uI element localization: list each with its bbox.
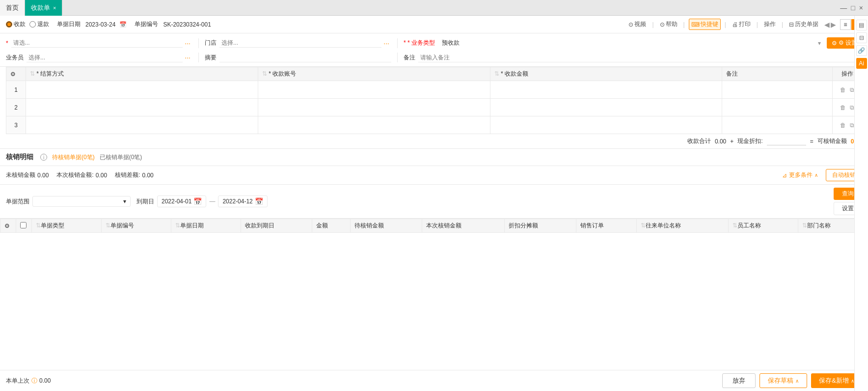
note-cell[interactable] (722, 81, 833, 99)
operation-btn[interactable]: 操作 (762, 19, 778, 29)
account-cell[interactable] (258, 81, 490, 99)
window-max-icon[interactable]: □ (851, 4, 855, 12)
writeoff-info-icon[interactable]: i (40, 154, 47, 161)
customer-field: * ··· (6, 38, 192, 48)
pending-tab[interactable]: 待核销单据(0笔) (52, 153, 95, 162)
sort-icon: ⇅ (802, 222, 807, 229)
account-cell[interactable] (258, 116, 490, 134)
help-btn[interactable]: ⊙ 帮助 (658, 19, 679, 29)
salesperson-ellipsis-btn[interactable]: ··· (183, 54, 192, 61)
summary-field: 摘要 (205, 53, 391, 62)
cal-from-icon[interactable]: 📅 (193, 197, 202, 205)
wt-this-time-header: 本次核销金额 (422, 219, 504, 233)
divider-4 (397, 53, 398, 62)
sidebar-table-icon[interactable]: ▤ (856, 20, 867, 30)
divider-3 (198, 53, 199, 62)
shortcut-icon: ⌨ (691, 21, 700, 28)
range-select[interactable]: ▾ (32, 196, 131, 207)
copy-icon[interactable]: ⧉ (850, 86, 854, 93)
note-cell[interactable] (722, 99, 833, 116)
discard-btn[interactable]: 放弃 (722, 373, 756, 388)
wt-settings-header[interactable]: ⚙ (0, 219, 16, 233)
bottom-left: 本单上次 ⓘ 0.00 (6, 377, 51, 385)
discount-input[interactable] (767, 137, 806, 145)
table-settings-header[interactable]: ⚙ (6, 67, 26, 81)
delete-icon[interactable]: 🗑 (840, 122, 846, 129)
table-row: 1 🗑 ⧉ (6, 81, 862, 99)
nav-arrows: ◀ ▶ (824, 21, 836, 28)
delete-icon[interactable]: 🗑 (840, 104, 846, 111)
sidebar-ai-icon[interactable]: Ai (856, 58, 867, 69)
date-field: 单据日期 2023-03-24 📅 (57, 20, 127, 28)
customer-ellipsis-btn[interactable]: ··· (183, 39, 192, 47)
customer-input[interactable] (11, 38, 183, 48)
radio-refund[interactable]: 退款 (29, 20, 49, 28)
sidebar-layout-icon[interactable]: ⊟ (856, 32, 867, 43)
settlement-cell[interactable] (26, 99, 258, 116)
col-amount-header: ⇅ * 收款金额 (490, 67, 722, 81)
wt-doc-num-header: ⇅单据编号 (101, 219, 171, 233)
more-conditions-btn[interactable]: ⊿ 更多条件 ∧ (782, 171, 818, 179)
settlement-cell[interactable] (26, 81, 258, 99)
amount-cell[interactable] (490, 99, 722, 116)
range-filter: 单据范围 ▾ (6, 196, 131, 207)
range-dropdown-icon: ▾ (123, 198, 126, 205)
wt-employee-header: ⇅员工名称 (729, 219, 798, 233)
row-number: 2 (6, 99, 26, 116)
save-draft-btn[interactable]: 保存草稿 ∧ (760, 373, 807, 388)
cal-to-icon[interactable]: 📅 (255, 197, 263, 205)
video-btn[interactable]: ⊙ 视频 (626, 19, 648, 29)
wt-checkbox-header[interactable] (16, 219, 32, 233)
sort-icon: ⇅ (732, 222, 737, 229)
store-ellipsis-btn[interactable]: ··· (381, 39, 391, 47)
amount-cell[interactable] (490, 116, 722, 134)
business-type-dropdown-icon[interactable]: ▾ (818, 40, 821, 47)
note-cell[interactable] (722, 116, 833, 134)
done-tab[interactable]: 已核销单据(0笔) (100, 153, 142, 162)
tab-close-icon[interactable]: × (53, 5, 56, 11)
form-row-2: 业务员 ··· 摘要 备注 (6, 53, 862, 62)
shortcut-btn[interactable]: ⌨ 快捷键 (689, 19, 721, 30)
history-btn[interactable]: ⊟ 历史单据 (787, 19, 820, 29)
amount-cell[interactable] (490, 81, 722, 99)
date-to-input[interactable]: 2022-04-12 📅 (218, 196, 267, 207)
save-new-dropdown-icon[interactable]: ∧ (851, 378, 854, 384)
row-number: 3 (6, 116, 26, 134)
wt-customer-header: ⇅往来单位名称 (636, 219, 728, 233)
delete-icon[interactable]: 🗑 (840, 86, 846, 93)
save-draft-dropdown-icon[interactable]: ∧ (795, 378, 799, 384)
layout-list-btn[interactable]: ≡ (840, 19, 851, 30)
tab-home[interactable]: 首页 (0, 0, 25, 16)
select-all-checkbox[interactable] (20, 222, 27, 228)
note-input[interactable] (418, 53, 862, 62)
per-order-info-icon[interactable]: ⓘ (31, 377, 37, 385)
store-field: 门店 ··· (205, 38, 391, 48)
receipt-table-section: ⚙ ⇅ * 结算方式 ⇅ * 收款账号 ⇅ * 收款金额 (0, 67, 868, 134)
writeoff-table: ⚙ ⇅单据类型 ⇅单据编号 ⇅单据日期 收款到期日 金额 待核销金额 本次核销金… (0, 219, 868, 233)
store-input[interactable] (219, 38, 381, 48)
radio-receipt[interactable]: 收款 (6, 20, 26, 28)
date-calendar-icon[interactable]: 📅 (119, 21, 127, 28)
top-toolbar: 收款 退款 单据日期 2023-03-24 📅 单据编号 SK-20230324… (0, 16, 868, 33)
tab-receipt[interactable]: 收款单 × (25, 0, 62, 16)
window-min-icon[interactable]: — (840, 4, 847, 12)
summary-row: 收款合计 0.00 + 现金折扣: = 可核销金额 0.00 (0, 134, 868, 149)
salesperson-field: 业务员 ··· (6, 53, 192, 62)
salesperson-input[interactable] (27, 53, 183, 62)
nav-next-icon[interactable]: ▶ (831, 21, 836, 28)
date-from-input[interactable]: 2022-04-01 📅 (157, 196, 206, 207)
sort-icon: ⇅ (262, 70, 267, 77)
print-btn[interactable]: 🖨 打印 (730, 19, 753, 29)
window-close-icon[interactable]: × (859, 4, 863, 12)
account-cell[interactable] (258, 99, 490, 116)
sidebar-link-icon[interactable]: 🔗 (856, 45, 867, 56)
copy-icon[interactable]: ⧉ (850, 104, 854, 111)
nav-prev-icon[interactable]: ◀ (824, 21, 830, 28)
sort-icon: ⇅ (175, 222, 180, 229)
summary-input[interactable] (219, 53, 391, 62)
wt-discount-header: 折扣分摊额 (505, 219, 576, 233)
copy-icon[interactable]: ⧉ (850, 122, 854, 129)
this-time-stat: 本次核销金额: 0.00 (56, 171, 107, 179)
settlement-cell[interactable] (26, 116, 258, 134)
receipt-table: ⚙ ⇅ * 结算方式 ⇅ * 收款账号 ⇅ * 收款金额 (6, 67, 862, 134)
